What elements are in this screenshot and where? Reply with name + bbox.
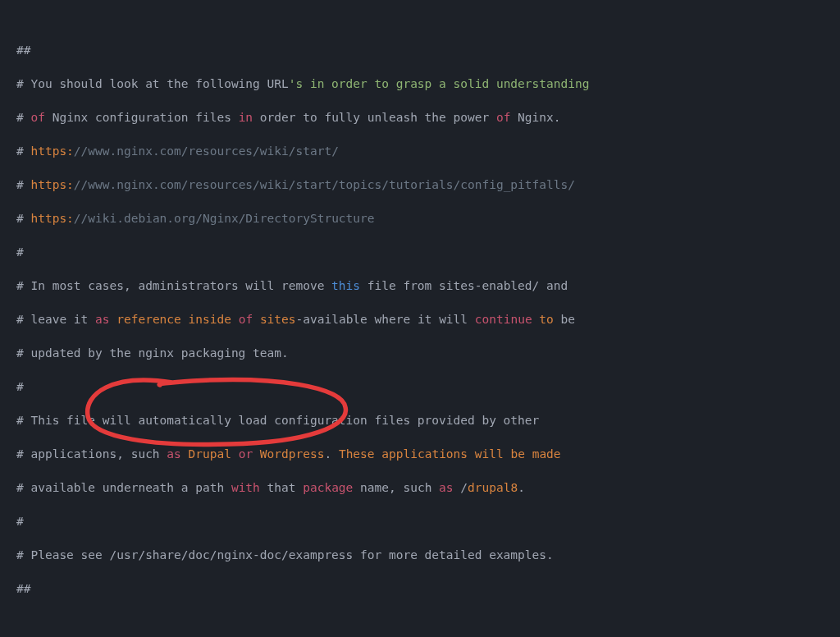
code-line: ## bbox=[16, 580, 840, 598]
code-line: # of Nginx configuration files in order … bbox=[16, 109, 840, 126]
code-editor-view: ## # You should look at the following UR… bbox=[0, 0, 840, 637]
code-line: ## bbox=[16, 42, 840, 59]
code-line: # Please see /usr/share/doc/nginx-doc/ex… bbox=[16, 547, 840, 564]
code-line: # leave it as reference inside of sites-… bbox=[16, 311, 840, 328]
code-line: # https://www.nginx.com/resources/wiki/s… bbox=[16, 143, 840, 160]
code-line: # bbox=[16, 244, 840, 261]
code-line: # bbox=[16, 513, 840, 530]
code-line: # available underneath a path with that … bbox=[16, 479, 840, 497]
code-line bbox=[16, 614, 840, 631]
code-line: # https://wiki.debian.org/Nginx/Director… bbox=[16, 210, 840, 227]
code-line: # This file will automatically load conf… bbox=[16, 412, 840, 429]
code-line: # https://www.nginx.com/resources/wiki/s… bbox=[16, 176, 840, 194]
code-line: # updated by the nginx packaging team. bbox=[16, 345, 840, 362]
code-line: # You should look at the following URL's… bbox=[16, 76, 840, 93]
code-line: # In most cases, administrators will rem… bbox=[16, 277, 840, 295]
code-line: # bbox=[16, 378, 840, 396]
code-line: # applications, such as Drupal or Wordpr… bbox=[16, 446, 840, 463]
